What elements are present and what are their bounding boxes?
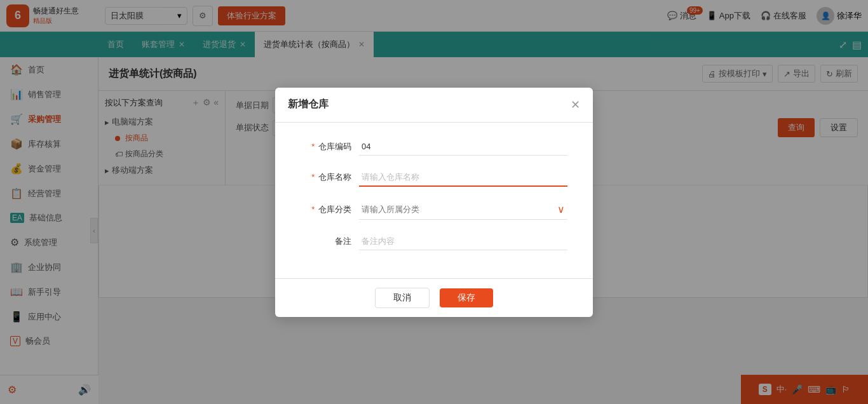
modal-title: 新增仓库 [288, 98, 329, 111]
category-select[interactable]: ∨ [359, 199, 567, 220]
modal-overlay[interactable]: 新增仓库 ✕ * 仓库编码 * 仓库名称 [0, 0, 868, 404]
category-input[interactable] [362, 205, 557, 214]
cancel-button[interactable]: 取消 [375, 288, 430, 308]
name-label: * 仓库名称 [301, 172, 351, 183]
form-row-note: 备注 [301, 232, 567, 250]
form-row-name: * 仓库名称 [301, 168, 567, 187]
note-label: 备注 [301, 236, 351, 247]
chevron-down-icon: ∨ [557, 203, 565, 215]
modal-footer: 取消 保存 [275, 278, 593, 317]
name-input[interactable] [359, 168, 567, 187]
category-label: * 仓库分类 [301, 204, 351, 215]
save-button[interactable]: 保存 [440, 288, 493, 307]
modal-header: 新增仓库 ✕ [275, 88, 593, 123]
form-row-code: * 仓库编码 [301, 138, 567, 156]
form-row-category: * 仓库分类 ∨ [301, 199, 567, 220]
note-input[interactable] [359, 232, 567, 250]
code-label: * 仓库编码 [301, 141, 351, 152]
modal-body: * 仓库编码 * 仓库名称 * 仓库分类 [275, 123, 593, 278]
code-input[interactable] [359, 138, 567, 156]
modal-close-button[interactable]: ✕ [571, 98, 580, 112]
warehouse-modal: 新增仓库 ✕ * 仓库编码 * 仓库名称 [275, 88, 593, 317]
